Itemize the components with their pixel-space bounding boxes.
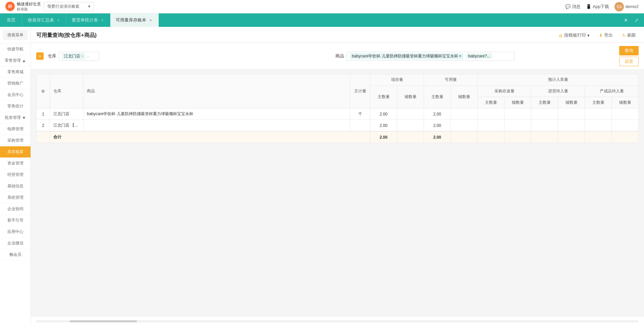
close-window-btn[interactable]: ✕ — [621, 15, 631, 25]
table-settings-icon[interactable]: ⚙ — [41, 89, 45, 94]
sidebar-item-enterprise-wechat[interactable]: 企业微信 — [0, 238, 31, 249]
warehouse-tag: 江北门店 × — [62, 53, 85, 59]
warehouse-filter-group: 仓库 江北门店 × ... — [48, 52, 327, 61]
row1-produced-main — [585, 108, 612, 120]
search-menu-btn[interactable]: 搜索菜单 — [3, 30, 28, 40]
product-label: 商品 — [335, 53, 344, 59]
refresh-btn[interactable]: ↻ 刷新 — [620, 31, 639, 40]
summary-produced-main — [585, 131, 612, 143]
sidebar-item-member-plus[interactable]: 畅会员 — [0, 249, 31, 261]
page-header-actions: 🖨 按模板打印 ▾ ⬆ 导出 ↻ 刷新 — [556, 31, 639, 40]
sidebar-item-basic-info[interactable]: 基础信息 — [0, 181, 31, 192]
row1-purchase-main — [478, 108, 504, 120]
warehouse-more[interactable]: ... — [87, 54, 90, 58]
arrow-icon-2: ▼ — [22, 115, 26, 120]
summary-available-main: 2.00 — [424, 131, 451, 143]
row2-product — [84, 120, 350, 132]
industry-selector[interactable]: 母婴行业演示账套 ▾ — [44, 2, 94, 11]
user-menu[interactable]: Ea demo2 — [614, 2, 639, 11]
sidebar-item-inventory[interactable]: 库存核算 — [0, 146, 31, 158]
unit-col-header: 主计量 — [350, 74, 370, 108]
top-header: 好 畅捷通好生意 标准版 母婴行业演示账套 ▾ 💬 消息 📱 App下载 Ea … — [0, 0, 644, 13]
tab-yaohuo[interactable]: 要货单统计表 × — [66, 13, 110, 27]
remove-warehouse-tag[interactable]: × — [81, 54, 83, 58]
produced-main-header: 主数量 — [585, 97, 612, 108]
maximize-btn[interactable]: ⤢ — [632, 15, 641, 25]
arrow-icon: ▲ — [22, 58, 26, 63]
row2-available-aux — [451, 120, 478, 132]
logo-text: 畅捷通好生意 标准版 — [17, 2, 41, 12]
sidebar-item-new-guide[interactable]: 新手引导 — [0, 215, 31, 226]
close-tab-0[interactable]: × — [56, 18, 61, 22]
summary-available-aux — [451, 131, 478, 143]
sidebar-item-purchase-mgmt[interactable]: 采购管理 — [0, 135, 31, 146]
stock-main-header: 主数量 — [370, 86, 397, 108]
sidebar-item-retail-stats[interactable]: 零售统计 — [0, 101, 31, 112]
scrollbar-thumb[interactable] — [70, 320, 137, 322]
sidebar-item-app-center[interactable]: 应用中心 — [0, 226, 31, 238]
export-icon: ⬆ — [599, 33, 603, 38]
sidebar-item-enterprise-collab[interactable]: 企业协同 — [0, 203, 31, 215]
refresh-icon: ↻ — [622, 33, 626, 38]
close-tab-1[interactable]: × — [100, 18, 105, 22]
app-download-btn[interactable]: 📱 App下载 — [586, 4, 609, 10]
table-row: 2 江北门店 【... 2.00 2.00 — [37, 120, 639, 132]
purchase-group-header: 采购在途量 — [478, 86, 531, 97]
message-icon: 💬 — [565, 4, 571, 9]
row2-stock-aux — [397, 120, 424, 132]
horizontal-scrollbar[interactable] — [36, 320, 639, 322]
row2-stock-main: 2.00 — [370, 120, 397, 132]
sidebar-item-member[interactable]: 会员中心 — [0, 89, 31, 101]
summary-empty-1 — [37, 131, 50, 143]
product-tag-container[interactable]: babycare学饮杯 儿童防摔防撞吸管杯重力球吸嘴杯宝宝水杯 × babyca… — [347, 52, 515, 61]
query-btn[interactable]: 查询 — [619, 46, 639, 55]
row2-unit — [350, 120, 370, 132]
summary-stock-main: 2.00 — [370, 131, 397, 143]
page-title: 可用量查询(按仓库+商品) — [36, 32, 97, 39]
row2-available-main: 2.00 — [424, 120, 451, 132]
available-aux-header: 辅数量 — [451, 86, 478, 108]
close-tab-2[interactable]: × — [148, 18, 153, 22]
sidebar-item-ecommerce[interactable]: 电商管理 — [0, 124, 31, 135]
product-filter-group: 商品 babycare学饮杯 儿童防摔防撞吸管杯重力球吸嘴杯宝宝水杯 × bab… — [335, 52, 615, 61]
stock-group-header: 现存量 — [370, 74, 424, 86]
sidebar-item-operations[interactable]: 经营管理 — [0, 169, 31, 181]
warehouse-tag-container[interactable]: 江北门店 × ... — [59, 52, 99, 61]
header-right: 💬 消息 📱 App下载 Ea demo2 — [565, 2, 639, 11]
remove-product-tag-1[interactable]: × — [459, 54, 462, 58]
message-btn[interactable]: 💬 消息 — [565, 4, 581, 10]
nav-bar-right: ✕ ⤢ — [621, 15, 644, 25]
tab-keyongliang[interactable]: 可用量库存账本 × — [110, 13, 159, 27]
expand-filter-btn[interactable]: » — [36, 52, 44, 60]
produced-group-header: 产成品待入量 — [585, 86, 639, 97]
export-btn[interactable]: ⬆ 导出 — [596, 31, 615, 40]
settings-btn[interactable]: 设置 — [619, 57, 639, 66]
sidebar-item-marketing[interactable]: 营销推广 — [0, 78, 31, 89]
tab-home[interactable]: 首页 — [0, 13, 22, 27]
sidebar-item-quick-nav[interactable]: 快捷导航 — [0, 44, 31, 55]
incoming-group-header: 进货待入量 — [531, 86, 585, 97]
row1-stock-main: 2.00 — [370, 108, 397, 120]
product-col-header: 商品 — [84, 74, 350, 108]
sidebar-item-wholesale-mgmt[interactable]: 批发管理 ▼ — [0, 112, 31, 124]
sidebar-item-retail-mall[interactable]: 零售商城 — [0, 66, 31, 78]
row1-incoming-aux — [558, 108, 585, 120]
phone-icon: 📱 — [586, 4, 591, 9]
tab-shoufacun[interactable]: 收发存汇总表 × — [22, 13, 66, 27]
template-print-btn[interactable]: 🖨 按模板打印 ▾ — [556, 31, 592, 40]
product-tag-1: babycare学饮杯 儿童防摔防撞吸管杯重力球吸嘴杯宝宝水杯 × — [350, 53, 464, 59]
warehouse-label: 仓库 — [48, 53, 56, 59]
content-area: 可用量查询(按仓库+商品) 🖨 按模板打印 ▾ ⬆ 导出 ↻ 刷新 » — [31, 27, 644, 326]
sidebar-item-retail-mgmt[interactable]: 零售管理 ▲ — [0, 55, 31, 66]
settings-col-header[interactable]: ⚙ — [37, 74, 50, 108]
purchase-aux-header: 辅数量 — [504, 97, 531, 108]
purchase-main-header: 主数量 — [478, 97, 504, 108]
stock-aux-header: 辅数量 — [397, 86, 424, 108]
row2-incoming-aux — [558, 120, 585, 132]
row2-produced-main — [585, 120, 612, 132]
sidebar-item-finance[interactable]: 资金管理 — [0, 158, 31, 169]
row1-index: 1 — [37, 108, 50, 120]
row1-incoming-main — [531, 108, 558, 120]
sidebar-item-system[interactable]: 系统管理 — [0, 192, 31, 203]
incoming-aux-header: 辅数量 — [558, 97, 585, 108]
